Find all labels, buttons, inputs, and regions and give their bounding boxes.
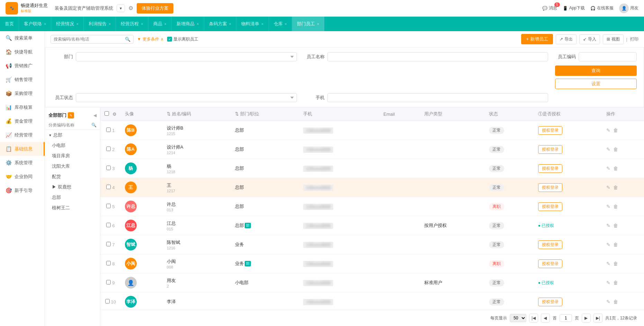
delete-icon[interactable]: 🗑 xyxy=(613,299,618,305)
auth-login-btn[interactable]: 授权登录 xyxy=(538,126,562,135)
sidebar-item-marketing[interactable]: 📢 营销推广 xyxy=(0,59,45,73)
nav-tab-客户联络[interactable]: 客户联络× xyxy=(19,17,51,31)
filter-dept-select[interactable] xyxy=(76,52,297,61)
row-checkbox[interactable] xyxy=(106,185,111,189)
row-checkbox[interactable] xyxy=(106,261,111,265)
search-input-wrap[interactable]: 🔍 xyxy=(51,35,134,44)
export-btn[interactable]: ↗ 导出 xyxy=(556,34,577,44)
delete-icon[interactable]: 🗑 xyxy=(613,147,618,152)
sidebar-item-finance[interactable]: 💰 资金管理 xyxy=(0,114,45,128)
row-checkbox[interactable] xyxy=(106,280,111,284)
row-checkbox[interactable] xyxy=(106,204,111,208)
row-checkbox[interactable] xyxy=(106,127,111,132)
nav-tab-条码方案[interactable]: 条码方案× xyxy=(204,17,236,31)
nav-tab-部门员工[interactable]: 部门员工× xyxy=(292,17,324,31)
print-label[interactable]: 打印 xyxy=(630,36,638,42)
nav-tab-经营历程[interactable]: 经营历程× xyxy=(116,17,148,31)
dept-tree-item[interactable]: 配货 xyxy=(45,171,100,182)
dept-tree-item[interactable]: 沈阳大库 xyxy=(45,161,100,171)
dept-search-input[interactable] xyxy=(48,123,91,127)
filter-status-select[interactable] xyxy=(76,93,297,102)
tab-close-icon[interactable]: × xyxy=(197,22,199,26)
delete-icon[interactable]: 🗑 xyxy=(613,223,618,228)
dept-tree-edit-icon[interactable]: ✎ xyxy=(68,112,74,118)
sidebar-item-operation[interactable]: 📈 经营管理 xyxy=(0,128,45,142)
delete-icon[interactable]: 🗑 xyxy=(613,242,618,247)
filter-phone-input[interactable] xyxy=(327,93,548,102)
edit-icon[interactable]: ✎ xyxy=(606,204,610,209)
online-service-btn[interactable]: 🎧 在线客服 xyxy=(590,5,614,11)
dept-tree-collapse-btn[interactable]: ◀ xyxy=(93,113,97,118)
tab-close-icon[interactable]: × xyxy=(261,22,263,26)
filter-set-btn[interactable]: 设置 xyxy=(555,79,637,89)
auth-login-btn[interactable]: 授权登录 xyxy=(538,164,562,173)
system-dropdown-btn[interactable]: ▾ xyxy=(117,5,125,12)
dept-tree-item[interactable]: 总部 xyxy=(45,192,100,203)
auth-login-btn[interactable]: 授权登录 xyxy=(538,298,562,306)
edit-icon[interactable]: ✎ xyxy=(606,280,610,285)
first-page-btn[interactable]: |◀ xyxy=(529,314,538,323)
sidebar-item-inventory[interactable]: 📊 库存核算 xyxy=(0,100,45,114)
delete-icon[interactable]: 🗑 xyxy=(613,204,618,209)
nav-tab-利润报告[interactable]: 利润报告× xyxy=(84,17,116,31)
view-btn[interactable]: ⊞ 视图 xyxy=(603,34,624,44)
nav-tab-仓库[interactable]: 仓库× xyxy=(269,17,292,31)
user-btn[interactable]: 👤 用友 xyxy=(619,3,638,13)
sidebar-item-guide[interactable]: 🎯 新手引导 xyxy=(0,184,45,197)
sidebar-item-system[interactable]: ⚙️ 系统管理 xyxy=(0,156,45,170)
tab-close-icon[interactable]: × xyxy=(109,22,111,26)
delete-icon[interactable]: 🗑 xyxy=(613,280,618,285)
nav-tab-首页[interactable]: 首页 xyxy=(0,17,19,31)
next-page-btn[interactable]: ▶ xyxy=(582,314,591,323)
app-download-btn[interactable]: 📱 App下载 xyxy=(563,5,585,11)
sidebar-item-basic[interactable]: 📋 基础信息 xyxy=(0,142,45,156)
sidebar-item-enterprise[interactable]: 🤝 企业协同 xyxy=(0,170,45,184)
filter-query-btn[interactable]: 查询 xyxy=(555,65,637,76)
tab-close-icon[interactable]: × xyxy=(164,22,166,26)
tab-close-icon[interactable]: × xyxy=(229,22,231,26)
print-btn[interactable]: | xyxy=(626,37,627,42)
tab-close-icon[interactable]: × xyxy=(44,22,46,26)
tab-close-icon[interactable]: × xyxy=(141,22,143,26)
sidebar-item-sales[interactable]: 🛒 销售管理 xyxy=(0,73,45,87)
last-page-btn[interactable]: ▶| xyxy=(593,314,602,323)
auth-login-btn[interactable]: 授权登录 xyxy=(538,145,562,154)
auth-login-btn[interactable]: 授权登录 xyxy=(538,202,562,211)
edit-icon[interactable]: ✎ xyxy=(606,127,610,133)
delete-icon[interactable]: 🗑 xyxy=(613,127,618,133)
row-checkbox[interactable] xyxy=(105,299,110,303)
filter-empname-input[interactable] xyxy=(327,52,548,61)
dept-tree-item[interactable]: 小电部 xyxy=(45,140,100,151)
edit-icon[interactable]: ✎ xyxy=(606,166,610,171)
filter-empcode-input[interactable] xyxy=(579,52,637,61)
edit-icon[interactable]: ✎ xyxy=(606,242,610,247)
nav-tab-物料清单[interactable]: 物料清单× xyxy=(236,17,269,31)
search-input[interactable] xyxy=(54,37,125,42)
trial-btn[interactable]: 体验行业方案 xyxy=(137,3,173,14)
edit-icon[interactable]: ✎ xyxy=(606,147,610,152)
page-number-input[interactable] xyxy=(560,314,572,322)
auth-login-btn[interactable]: 授权登录 xyxy=(538,183,562,192)
nav-tab-商品[interactable]: 商品× xyxy=(148,17,172,31)
nav-tab-新增商品[interactable]: 新增商品× xyxy=(172,17,204,31)
auth-login-btn[interactable]: 授权登录 xyxy=(538,240,562,249)
delete-icon[interactable]: 🗑 xyxy=(613,166,618,171)
sidebar-item-quicknav[interactable]: 🏠 快捷导航 xyxy=(0,45,45,59)
sidebar-item-purchase[interactable]: 📦 采购管理 xyxy=(0,87,45,100)
nav-tab-经营情况[interactable]: 经营情况× xyxy=(51,17,83,31)
show-resigned-toggle[interactable]: ✓ 显示离职员工 xyxy=(167,36,198,42)
more-conditions-btn[interactable]: ▼ 更多条件 ∧ xyxy=(137,36,164,42)
edit-icon[interactable]: ✎ xyxy=(606,185,610,190)
tab-close-icon[interactable]: × xyxy=(317,22,319,26)
row-checkbox[interactable] xyxy=(106,223,111,227)
message-btn[interactable]: 💬 消息 5 xyxy=(542,5,557,11)
dept-tree-item[interactable]: 项目库房 xyxy=(45,151,100,161)
sidebar-item-search[interactable]: 🔍 搜索菜单 xyxy=(0,31,45,45)
prev-page-btn[interactable]: ◀ xyxy=(541,314,550,323)
row-checkbox[interactable] xyxy=(106,242,111,246)
import-btn[interactable]: ↙ 导入 xyxy=(579,34,600,44)
edit-icon[interactable]: ✎ xyxy=(606,299,610,305)
auth-login-btn[interactable]: 授权登录 xyxy=(538,259,562,268)
dept-tree-item[interactable]: ▼ 总部 xyxy=(45,130,100,140)
dept-tree-item[interactable]: 植树王二 xyxy=(45,203,100,213)
